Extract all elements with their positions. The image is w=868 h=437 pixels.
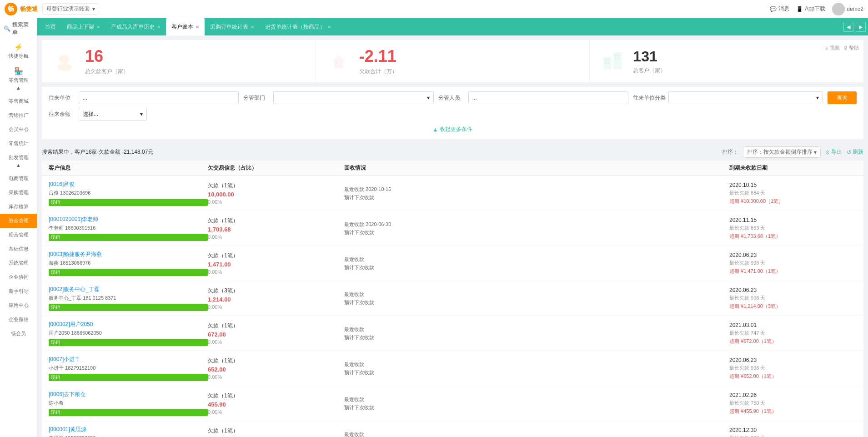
balance-label: 往来余额	[49, 111, 76, 118]
customer-name-7[interactable]: [000001]黄思源	[49, 426, 208, 433]
tab-product-history[interactable]: 产成品入库单历史 ✕	[105, 18, 166, 35]
sidebar-item-marketing[interactable]: 营销推广	[0, 108, 37, 122]
tab-next-button[interactable]: ▶	[856, 22, 866, 32]
tab-product-shelf[interactable]: 商品上下架 ✕	[61, 18, 105, 35]
customer-phone-3: 服务中心_丁磊 181 0125 8371	[49, 295, 208, 301]
app-download-button[interactable]: 📱 App下载	[796, 5, 825, 13]
debt-amount-2[interactable]: 1,471.00	[208, 261, 344, 268]
customer-name-5[interactable]: [0007]小进干	[49, 356, 208, 363]
debt-amount-6[interactable]: 455.90	[208, 401, 344, 408]
manager-label: 分管人员	[438, 94, 466, 102]
tab-close-icon[interactable]: ✕	[96, 25, 100, 30]
tab-close-icon[interactable]: ✕	[327, 25, 331, 30]
export-label: 导出	[831, 148, 842, 156]
sidebar-item-basic-info[interactable]: 基础信息	[0, 242, 37, 256]
help-label[interactable]: ⊘ 帮助	[843, 45, 859, 51]
overdue-detail-3[interactable]: 超期 ¥1,214.00（3笔）	[729, 303, 857, 310]
batch-mgmt-label: 批发管理	[9, 154, 29, 161]
message-label: 消息	[778, 5, 789, 13]
tab-prev-button[interactable]: ◀	[843, 22, 853, 32]
tab-close-icon[interactable]: ✕	[196, 25, 199, 30]
retail-mgmt-label: 零售管理	[9, 77, 29, 84]
debt-amount-0[interactable]: 10,000.00	[208, 191, 344, 198]
overdue-info-5: 2020.06.23 最长欠款 998 天 超期 ¥652.00（1笔）	[729, 357, 857, 380]
results-header: 搜索结果中，客户16家 欠款金额 -21,148.07元 排序： 排序：按欠款金…	[42, 144, 863, 161]
sidebar-item-guide[interactable]: 新手引导	[0, 284, 37, 298]
customer-info-6: [0006]去下粮仓 陈小希 现销	[49, 391, 208, 416]
tab-close-icon[interactable]: ✕	[251, 25, 254, 30]
enterprise-label: 企业协同	[9, 274, 29, 281]
manager-input[interactable]: ...	[468, 91, 628, 104]
debt-amount-1[interactable]: 1,703.68	[208, 226, 344, 233]
debt-count-5: 欠款（1笔）	[208, 357, 344, 365]
user-avatar[interactable]: demo2	[832, 3, 863, 15]
recovery-info-6: 最近收款 预计下次收款	[344, 396, 729, 411]
app-label: App下载	[805, 5, 825, 13]
sidebar-item-enterprise[interactable]: 企业协同	[0, 270, 37, 284]
export-button[interactable]: ⊙ 导出	[825, 148, 842, 156]
debt-amount-4[interactable]: 672.00	[208, 331, 344, 338]
debt-amount-5[interactable]: 652.00	[208, 366, 344, 373]
tab-product-history-label: 产成品入库单历史	[111, 23, 155, 31]
overdue-detail-0[interactable]: 超期 ¥10,000.00（1笔）	[729, 198, 857, 205]
refresh-button[interactable]: ↺ 刷新	[847, 148, 863, 156]
sidebar-item-retail-store[interactable]: 零售商城	[0, 94, 37, 108]
tab-customer-account[interactable]: 客户账本 ✕	[166, 18, 205, 35]
overdue-detail-1[interactable]: 超期 ¥1,703.68（1笔）	[729, 233, 857, 240]
overdue-detail-2[interactable]: 超期 ¥1,471.00（1笔）	[729, 268, 857, 275]
overdue-detail-4[interactable]: 超期 ¥672.00（1笔）	[729, 338, 857, 345]
sidebar-item-inventory[interactable]: 库存核算	[0, 200, 37, 214]
from-unit-input[interactable]: ...	[79, 91, 239, 104]
refresh-icon: ↺	[847, 149, 851, 156]
view-label[interactable]: ⊙ 视频	[824, 45, 840, 51]
customer-name-3[interactable]: [0002]服务中心_丁磊	[49, 286, 208, 293]
svg-point-0	[836, 5, 841, 10]
tab-stock-summary[interactable]: 进货单统计表（按商品） ✕	[260, 18, 336, 35]
debt-amount-label: 欠款合计（万）	[359, 68, 397, 75]
sidebar-item-operations[interactable]: 经营管理	[0, 228, 37, 242]
unit-category-label: 往来单位分类	[633, 94, 666, 102]
sidebar-item-retail-stats[interactable]: 零售统计	[0, 136, 37, 151]
overdue-date-0: 2020.10.15	[729, 182, 857, 188]
overdue-detail-5[interactable]: 超期 ¥652.00（1笔）	[729, 373, 857, 380]
customer-name-4[interactable]: [000002]用户2050	[49, 321, 208, 328]
customer-name-1[interactable]: [0001020001]李老师	[49, 216, 208, 223]
sidebar-item-retail-mgmt[interactable]: 🏪 零售管理 ▲	[0, 63, 37, 94]
customer-name-0[interactable]: [0016]吕俊	[49, 181, 208, 188]
sidebar-item-system[interactable]: 系统管理	[0, 256, 37, 270]
balance-select[interactable]: 选择... ▾	[79, 108, 147, 121]
dots-indicator: ...	[83, 95, 87, 101]
search-menu-button[interactable]: 🔍 搜索菜单	[0, 18, 37, 39]
sidebar-item-quick-nav[interactable]: ⚡ 快捷导航	[0, 39, 37, 63]
debt-amount-icon: ¥	[325, 48, 352, 75]
last-payment-3: 最近收款	[344, 291, 729, 298]
sidebar-item-batch-mgmt[interactable]: 批发管理 ▲	[0, 151, 37, 171]
sidebar-item-member-plus[interactable]: 畅会员	[0, 326, 37, 341]
overdue-detail-6[interactable]: 超期 ¥455.90（1笔）	[729, 408, 857, 415]
sidebar-item-capital[interactable]: 资金管理	[0, 214, 37, 228]
unit-category-select[interactable]: ▾	[668, 91, 823, 104]
last-payment-0: 最近收款 2020-10-15	[344, 186, 729, 193]
sidebar-item-member[interactable]: 会员中心	[0, 122, 37, 136]
sidebar-item-purchase-mgmt[interactable]: 采购管理	[0, 186, 37, 200]
collapse-button[interactable]: ▲ 收起更多条件	[49, 124, 857, 135]
tab-home[interactable]: 首页	[40, 18, 61, 35]
sidebar-item-ecommerce[interactable]: 电商管理	[0, 171, 37, 186]
table-row: [000002]用户2050 用户2050 18665062050 现销 欠款（…	[42, 316, 863, 351]
tab-purchase-summary[interactable]: 采购订单统计表 ✕	[205, 18, 260, 35]
sidebar-item-wechat[interactable]: 企业微信	[0, 312, 37, 326]
filter-area: 往来单位 ... 分管部门 ▾	[42, 87, 863, 139]
search-button[interactable]: 查询	[828, 91, 857, 104]
next-payment-5: 预计下次收款	[344, 369, 729, 376]
sidebar-item-app-center[interactable]: 应用中心	[0, 298, 37, 312]
sort-button[interactable]: 排序：按欠款金额倒序排序 ▾	[743, 146, 821, 158]
tab-close-icon[interactable]: ✕	[157, 25, 161, 30]
message-button[interactable]: 💬 消息	[770, 5, 789, 13]
customer-name-6[interactable]: [0006]去下粮仓	[49, 391, 208, 398]
dept-select[interactable]: ▾	[273, 91, 433, 104]
company-selector[interactable]: 母婴行业演示账套 ▾	[42, 3, 99, 15]
operations-label: 经营管理	[9, 231, 29, 238]
customer-info-4: [000002]用户2050 用户2050 18665062050 现销	[49, 321, 208, 346]
customer-name-2[interactable]: [0003]畅捷服务尹海燕	[49, 251, 208, 258]
debt-amount-3[interactable]: 1,214.00	[208, 296, 344, 303]
